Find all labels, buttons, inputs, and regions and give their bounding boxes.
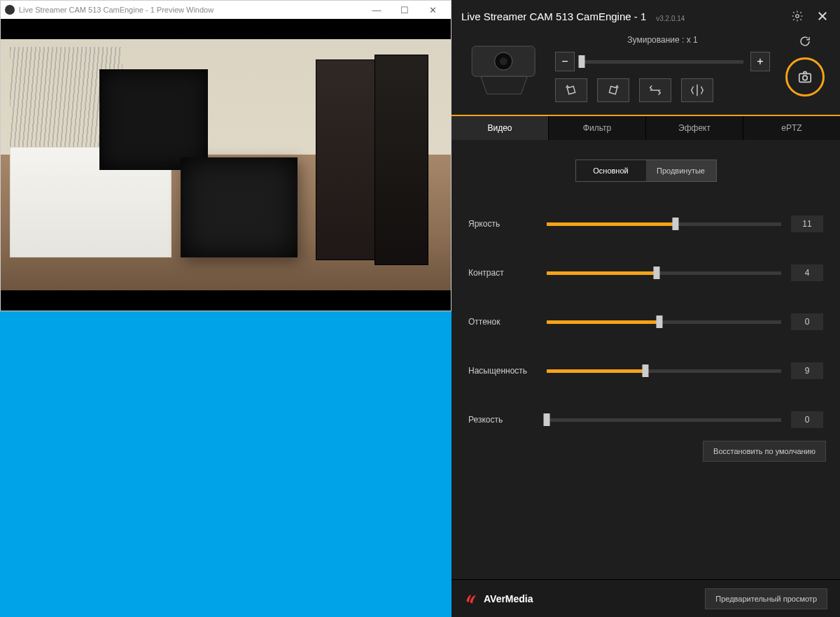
slider-row: Контраст4 bbox=[468, 264, 823, 281]
camera-icon bbox=[796, 69, 814, 85]
segment-label: Продвинутые bbox=[657, 166, 705, 175]
preview-button[interactable]: Предварительный просмотр bbox=[705, 588, 827, 609]
version-label: v3.2.0.14 bbox=[656, 15, 685, 22]
flip-horizontal-button[interactable] bbox=[681, 78, 713, 102]
tab-video[interactable]: Видео bbox=[451, 116, 549, 140]
slider-fill bbox=[547, 320, 659, 324]
slider-handle[interactable] bbox=[673, 218, 679, 230]
rotate-left-button[interactable] bbox=[555, 78, 587, 102]
segmented-control: Основной Продвинутые bbox=[575, 159, 717, 182]
slider-row: Насыщенность9 bbox=[468, 362, 823, 379]
slider-label: Резкость bbox=[468, 415, 537, 425]
brand-name: AVerMedia bbox=[484, 593, 533, 604]
slider-fill bbox=[547, 222, 676, 226]
camengine-title: Live Streamer CAM 513 CamEngine - 1 bbox=[461, 10, 646, 22]
svg-point-7 bbox=[803, 76, 807, 80]
close-button[interactable]: ✕ bbox=[419, 5, 447, 15]
close-icon bbox=[816, 10, 829, 22]
zoom-slider-row: − + bbox=[555, 52, 770, 71]
slider-fill bbox=[547, 369, 645, 373]
segment-basic[interactable]: Основной bbox=[576, 160, 646, 181]
close-button[interactable] bbox=[815, 8, 830, 24]
camera-feed bbox=[1, 39, 451, 290]
slider-label: Контраст bbox=[468, 268, 537, 278]
slider-track[interactable] bbox=[547, 418, 781, 422]
segmented-wrap: Основной Продвинутые bbox=[451, 140, 840, 187]
zoom-in-button[interactable]: + bbox=[750, 52, 770, 71]
footer: AVerMedia Предварительный просмотр bbox=[451, 579, 840, 617]
slider-track[interactable] bbox=[547, 320, 781, 324]
transform-row bbox=[555, 78, 770, 102]
preview-titlebar: Live Streamer CAM 513 CamEngine - 1 Prev… bbox=[1, 1, 451, 19]
camengine-titlebar: Live Streamer CAM 513 CamEngine - 1 v3.2… bbox=[451, 0, 840, 32]
app-icon bbox=[5, 5, 15, 15]
svg-point-3 bbox=[500, 57, 507, 65]
slider-handle[interactable] bbox=[654, 267, 660, 279]
segment-label: Основной bbox=[593, 166, 628, 175]
flip-vertical-button[interactable] bbox=[639, 78, 671, 102]
slider-row: Оттенок0 bbox=[468, 313, 823, 330]
restore-row: Восстановить по умолчанию bbox=[451, 428, 840, 474]
capture-column bbox=[780, 35, 830, 97]
slider-value[interactable]: 4 bbox=[791, 264, 823, 281]
refresh-icon bbox=[799, 35, 811, 48]
slider-track[interactable] bbox=[547, 222, 781, 226]
brand: AVerMedia bbox=[464, 592, 533, 606]
device-thumbnail bbox=[464, 35, 545, 108]
rotate-right-button[interactable] bbox=[597, 78, 629, 102]
slider-handle[interactable] bbox=[656, 315, 662, 328]
refresh-button[interactable] bbox=[799, 35, 811, 50]
slider-handle[interactable] bbox=[642, 364, 648, 377]
preview-title: Live Streamer CAM 513 CamEngine - 1 Prev… bbox=[19, 6, 363, 14]
tab-effect[interactable]: Эффект bbox=[646, 116, 743, 140]
zoom-column: Зумирование : x 1 − + bbox=[555, 35, 770, 102]
preview-body bbox=[1, 19, 451, 311]
avermedia-logo-icon bbox=[464, 592, 478, 606]
slider-row: Резкость0 bbox=[468, 411, 823, 428]
button-label: Восстановить по умолчанию bbox=[713, 447, 816, 455]
zoom-label: Зумирование : x 1 bbox=[555, 35, 770, 45]
webcam-icon bbox=[466, 40, 543, 103]
segment-advanced[interactable]: Продвинутые bbox=[646, 160, 716, 181]
tab-strip: Видео Фильтр Эффект ePTZ bbox=[451, 115, 840, 140]
tab-label: Видео bbox=[487, 123, 512, 133]
minimize-button[interactable]: — bbox=[363, 5, 391, 15]
sliders-area: Яркость11Контраст4Оттенок0Насыщенность9Р… bbox=[451, 187, 840, 428]
svg-rect-6 bbox=[799, 73, 811, 82]
zoom-slider[interactable] bbox=[582, 60, 743, 64]
slider-value[interactable]: 0 bbox=[791, 411, 823, 428]
tab-filter[interactable]: Фильтр bbox=[549, 116, 646, 140]
snapshot-button[interactable] bbox=[785, 57, 825, 97]
tab-label: Фильтр bbox=[583, 123, 611, 133]
top-controls: Зумирование : x 1 − + bbox=[451, 32, 840, 115]
zoom-out-button[interactable]: − bbox=[555, 52, 575, 71]
gear-icon bbox=[791, 10, 804, 22]
slider-handle[interactable] bbox=[544, 413, 550, 426]
restore-defaults-button[interactable]: Восстановить по умолчанию bbox=[703, 441, 826, 462]
settings-button[interactable] bbox=[790, 8, 805, 24]
preview-window: Live Streamer CAM 513 CamEngine - 1 Prev… bbox=[0, 0, 451, 311]
slider-value[interactable]: 11 bbox=[791, 215, 823, 232]
slider-label: Насыщенность bbox=[468, 366, 537, 376]
slider-fill bbox=[547, 271, 657, 275]
zoom-label-text: Зумирование : bbox=[627, 35, 684, 45]
zoom-handle[interactable] bbox=[579, 55, 585, 68]
camengine-panel: Live Streamer CAM 513 CamEngine - 1 v3.2… bbox=[451, 0, 840, 617]
flip-vertical-icon bbox=[648, 83, 663, 98]
slider-row: Яркость11 bbox=[468, 215, 823, 232]
tab-eptz[interactable]: ePTZ bbox=[743, 116, 840, 140]
svg-point-0 bbox=[796, 15, 799, 18]
zoom-value: x 1 bbox=[687, 35, 698, 45]
flip-horizontal-icon bbox=[690, 83, 705, 98]
tab-label: ePTZ bbox=[781, 123, 802, 133]
slider-value[interactable]: 9 bbox=[791, 362, 823, 379]
slider-label: Яркость bbox=[468, 219, 537, 229]
rotate-left-icon bbox=[564, 83, 579, 98]
slider-label: Оттенок bbox=[468, 317, 537, 327]
tab-label: Эффект bbox=[678, 123, 710, 133]
slider-value[interactable]: 0 bbox=[791, 313, 823, 330]
maximize-button[interactable]: ☐ bbox=[391, 5, 419, 15]
button-label: Предварительный просмотр bbox=[715, 595, 817, 603]
slider-track[interactable] bbox=[547, 369, 781, 373]
slider-track[interactable] bbox=[547, 271, 781, 275]
